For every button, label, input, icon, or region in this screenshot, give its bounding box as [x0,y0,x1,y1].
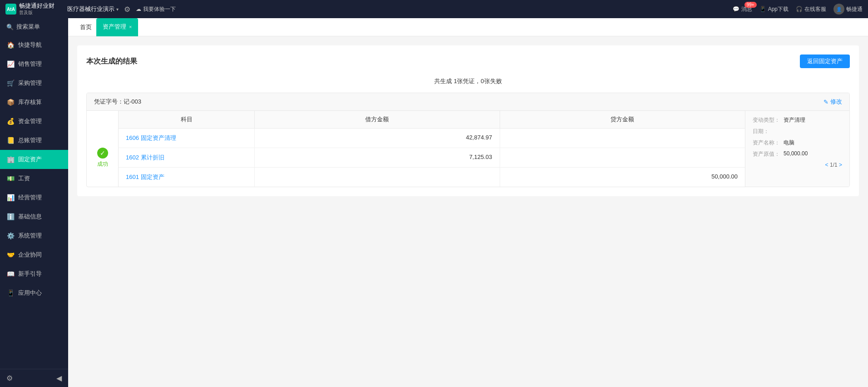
tab-active-label: 资产管理 [103,23,126,31]
sidebar-item-sales[interactable]: 📈 销售管理 [0,55,68,74]
sidebar: 🔍 搜索菜单 🏠 快捷导航 📈 销售管理 🛒 采购管理 📦 库存核算 💰 资金管… [0,18,68,387]
sidebar-item-purchase[interactable]: 🛒 采购管理 [0,74,68,93]
sidebar-item-basic-info[interactable]: ℹ️ 基础信息 [0,207,68,226]
content-area: 首页 资产管理 × 本次生成的结果 返回固定资产 共生成 1张凭证，0张失败 [68,18,868,387]
voucher-card: 凭证字号：记-003 ✎ 修改 [86,93,850,187]
sidebar-item-fixed-assets[interactable]: 🏢 固定资产 [0,150,68,169]
back-to-fixed-assets-button[interactable]: 返回固定资产 [800,55,850,68]
sidebar-footer: ⚙ ◀ [0,369,68,387]
fixed-assets-icon: 🏢 [6,155,15,164]
success-icon: ✓ [97,148,108,159]
header-right: 💬 消息 99+ 📱 App下载 🎧 在线客服 👤 畅捷通 [733,4,863,15]
data-rows: 1606 固定资产清理 42,874.97 1602 累计折旧 [119,129,745,187]
edit-button[interactable]: ✎ 修改 [823,98,842,106]
sidebar-item-payroll[interactable]: 💵 工资 [0,169,68,188]
result-panel: 本次生成的结果 返回固定资产 共生成 1张凭证，0张失败 凭证字号：记-003 … [77,45,859,196]
sidebar-label-fixed-assets: 固定资产 [18,155,42,164]
row2-subject[interactable]: 1602 累计折旧 [119,148,255,167]
row3-debit [255,168,500,187]
row1-subject[interactable]: 1606 固定资产清理 [119,129,255,148]
table-header-row: 科目 借方金额 贷方金额 [87,111,745,129]
row2-credit [500,148,745,167]
collapse-icon[interactable]: ◀ [56,374,62,382]
message-badge: 99+ [744,2,757,8]
header-left: AtA 畅捷通好业财 普及版 医疗器械行业演示 ▾ ⚙ ☁ 我要体验一下 [5,2,176,16]
ledger-icon: 📒 [6,136,15,144]
cloud-icon: ☁ [136,6,141,12]
app-name-block: 畅捷通好业财 普及版 [19,2,55,16]
home-tab-label: 首页 [80,23,92,31]
sidebar-item-operations[interactable]: 📊 经营管理 [0,188,68,207]
tab-bar: 首页 资产管理 × [68,18,868,36]
sidebar-item-search[interactable]: 🔍 搜索菜单 [0,18,68,35]
settings-footer-icon[interactable]: ⚙ [6,374,13,382]
app-download-action[interactable]: 📱 App下载 [759,5,789,13]
enterprise-icon: 🤝 [6,251,15,259]
user-action[interactable]: 👤 畅捷通 [833,4,863,15]
tab-home[interactable]: 首页 [75,18,96,36]
purchase-icon: 🛒 [6,79,15,87]
app-name: 畅捷通好业财 [19,2,55,10]
sidebar-item-ledger[interactable]: 📒 总账管理 [0,131,68,150]
sidebar-label-system: 系统管理 [18,232,42,240]
info-change-type: 变动类型： 资产清理 [753,116,842,124]
headset-icon: 🎧 [796,6,803,12]
sidebar-label-ledger: 总账管理 [18,136,42,144]
page-info: 1/1 [830,162,839,168]
row3-subject-link[interactable]: 1601 固定资产 [126,174,164,180]
sidebar-label-operations: 经营管理 [18,194,42,202]
customer-service-action[interactable]: 🎧 在线客服 [796,5,826,13]
col-credit: 贷方金额 [500,111,745,128]
table-body: ✓ 成功 1606 固定资产清理 [87,129,745,187]
sidebar-item-quick-nav[interactable]: 🏠 快捷导航 [0,35,68,55]
tab-close-icon[interactable]: × [129,24,132,30]
summary-text: 共生成 1张凭证，0张失败 [434,78,501,84]
date-label: 日期： [753,128,769,135]
system-icon: ⚙️ [6,232,15,240]
download-icon: 📱 [759,6,766,12]
app-logo-icon: AtA [5,4,16,15]
inventory-icon: 📦 [6,98,15,106]
message-action[interactable]: 💬 消息 99+ [733,5,752,13]
sidebar-label-sales: 销售管理 [18,60,42,68]
pagination: < 1/1 > [753,162,842,168]
change-type-label: 变动类型： [753,116,780,124]
guide-icon: 📖 [6,270,15,278]
next-page-icon[interactable]: > [839,162,842,168]
info-date: 日期： [753,128,842,135]
status-header-spacer [87,111,119,129]
message-icon: 💬 [733,6,739,12]
tab-asset-management[interactable]: 资产管理 × [96,18,138,36]
sidebar-item-enterprise[interactable]: 🤝 企业协同 [0,245,68,264]
row2-subject-link[interactable]: 1602 累计折旧 [126,154,164,161]
sidebar-item-guide[interactable]: 📖 新手引导 [0,264,68,283]
sidebar-item-capital[interactable]: 💰 资金管理 [0,112,68,131]
info-asset-name: 资产名称： 电脑 [753,139,842,147]
company-selector[interactable]: 医疗器械行业演示 ▾ [67,5,119,13]
sidebar-item-app-center[interactable]: 📱 应用中心 [0,283,68,303]
app-edition: 普及版 [19,10,55,16]
sidebar-label-app-center: 应用中心 [18,289,42,297]
sales-icon: 📈 [6,60,15,68]
voucher-info-panel: 变动类型： 资产清理 日期： 资产名称： 电脑 [745,111,849,187]
row3-subject[interactable]: 1601 固定资产 [119,168,255,187]
prev-page-icon[interactable]: < [825,162,828,168]
sidebar-label-inventory: 库存核算 [18,98,42,106]
sidebar-label-enterprise: 企业协同 [18,251,42,259]
app-download-label: App下载 [768,5,789,13]
sidebar-item-system[interactable]: ⚙️ 系统管理 [0,226,68,245]
col-debit: 借方金额 [255,111,500,128]
sidebar-item-inventory[interactable]: 📦 库存核算 [0,93,68,112]
user-label: 畅捷通 [846,5,863,13]
settings-icon[interactable]: ⚙ [122,3,132,15]
table-header: 科目 借方金额 贷方金额 [119,111,745,129]
feedback-button[interactable]: ☁ 我要体验一下 [136,5,176,13]
sidebar-label-purchase: 采购管理 [18,79,42,87]
operations-icon: 📊 [6,194,15,202]
top-header: AtA 畅捷通好业财 普及版 医疗器械行业演示 ▾ ⚙ ☁ 我要体验一下 💬 消… [0,0,868,18]
sidebar-label-payroll: 工资 [18,174,30,183]
main-layout: 🔍 搜索菜单 🏠 快捷导航 📈 销售管理 🛒 采购管理 📦 库存核算 💰 资金管… [0,18,868,387]
row1-subject-link[interactable]: 1606 固定资产清理 [126,134,176,141]
sidebar-search-label: 搜索菜单 [16,23,40,31]
page-title: 本次生成的结果 [86,57,137,66]
